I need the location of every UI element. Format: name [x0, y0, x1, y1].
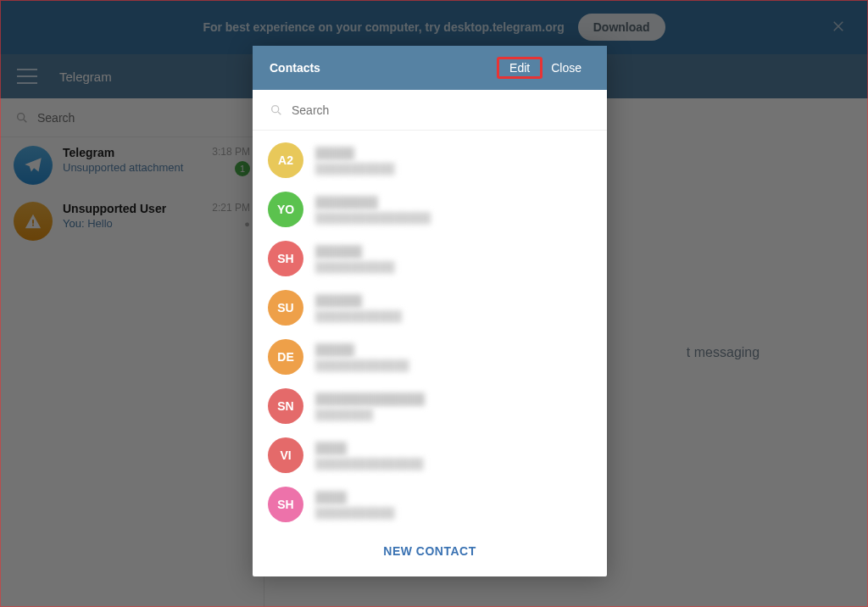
- contact-avatar: VI: [268, 437, 303, 473]
- contact-item[interactable]: DE██████████████████: [253, 332, 607, 381]
- contact-status: ███████████: [315, 163, 592, 175]
- contact-status: ███████████: [315, 507, 592, 519]
- contact-item[interactable]: SU██████████████████: [253, 283, 607, 332]
- contact-item[interactable]: YO████████████████████████: [253, 185, 607, 234]
- contact-status: █████████████: [315, 359, 592, 371]
- contact-item[interactable]: VI███████████████████: [253, 431, 607, 480]
- contact-text: ██████████████████████: [315, 393, 592, 420]
- contact-name: ████████: [315, 196, 592, 209]
- contact-text: ███████████████: [315, 491, 592, 519]
- contact-name: ██████████████: [315, 393, 592, 405]
- contact-status: ████████████████: [315, 212, 592, 224]
- contact-avatar: DE: [268, 339, 303, 375]
- contact-status: ████████████: [315, 310, 592, 322]
- contact-item[interactable]: A2████████████████: [253, 136, 607, 185]
- modal-header: Contacts Edit Close: [253, 46, 607, 90]
- contact-item[interactable]: SN██████████████████████: [253, 381, 607, 431]
- contact-avatar: SH: [268, 487, 303, 522]
- contact-status: ███████████████: [315, 458, 592, 470]
- search-icon: [270, 103, 283, 117]
- contact-item[interactable]: SH█████████████████: [253, 234, 607, 283]
- svg-line-7: [278, 112, 281, 114]
- svg-point-6: [272, 105, 279, 112]
- contact-text: ██████████████████: [315, 343, 592, 371]
- modal-searchbar: [253, 90, 607, 131]
- contact-name: █████: [315, 343, 592, 356]
- contact-status: ███████████: [315, 261, 592, 273]
- contact-text: ███████████████████: [315, 442, 592, 470]
- contacts-modal: Contacts Edit Close A2████████████████YO…: [253, 46, 607, 576]
- contact-avatar: YO: [268, 192, 303, 227]
- contact-text: ████████████████: [315, 147, 592, 175]
- contacts-list[interactable]: A2████████████████YO████████████████████…: [253, 131, 607, 529]
- contact-text: ██████████████████: [315, 294, 592, 322]
- contact-text: █████████████████: [315, 245, 592, 273]
- new-contact-button[interactable]: NEW CONTACT: [253, 529, 607, 576]
- modal-search-input[interactable]: [292, 103, 590, 117]
- contact-avatar: A2: [268, 142, 303, 178]
- contact-item[interactable]: SH███████████████: [253, 480, 607, 529]
- contact-name: ██████: [315, 245, 592, 258]
- contact-text: ████████████████████████: [315, 196, 592, 224]
- contact-avatar: SU: [268, 290, 303, 326]
- contact-avatar: SN: [268, 388, 303, 424]
- contact-status: ████████: [315, 409, 592, 420]
- contact-avatar: SH: [268, 241, 303, 276]
- modal-title: Contacts: [270, 61, 497, 75]
- edit-button[interactable]: Edit: [497, 57, 542, 79]
- close-button[interactable]: Close: [542, 58, 590, 78]
- contact-name: ████: [315, 442, 592, 454]
- contact-name: █████: [315, 147, 592, 159]
- contact-name: ██████: [315, 294, 592, 307]
- contact-name: ████: [315, 491, 592, 504]
